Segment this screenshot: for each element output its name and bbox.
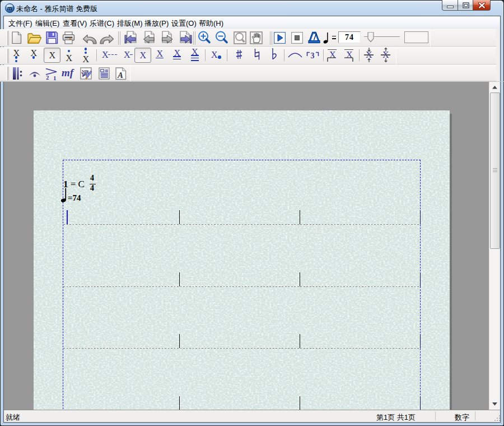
svg-text:A: A bbox=[117, 71, 123, 80]
svg-text:1: 1 bbox=[53, 75, 57, 80]
svg-text:2: 2 bbox=[46, 74, 49, 80]
svg-text:3: 3 bbox=[311, 52, 315, 60]
